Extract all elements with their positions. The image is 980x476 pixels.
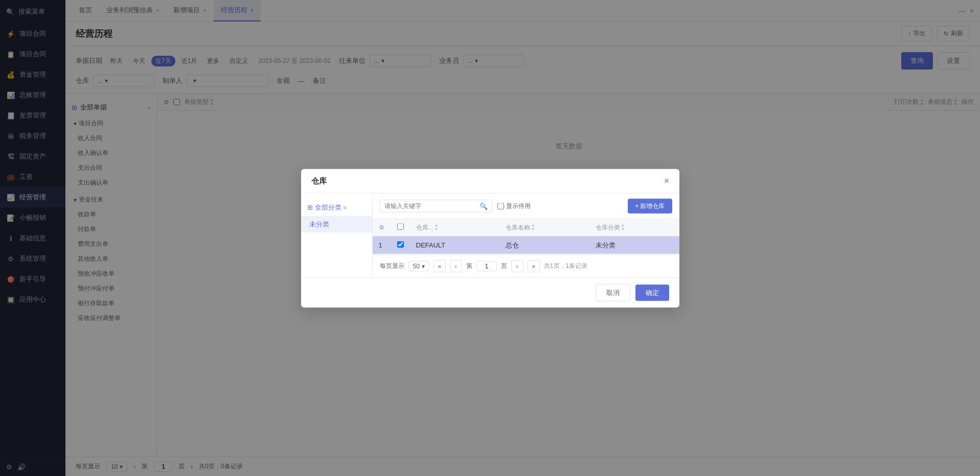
modal-search-icon[interactable]: 🔍 bbox=[480, 202, 488, 210]
modal-prev-page-btn[interactable]: ‹ bbox=[450, 260, 462, 272]
modal-search-box: 🔍 bbox=[380, 199, 492, 212]
modal-page-size-select[interactable]: 50 ▾ bbox=[408, 261, 429, 271]
row-id: 1 bbox=[373, 236, 391, 254]
modal-page-unit: 页 bbox=[501, 262, 507, 270]
modal-next-page-btn[interactable]: › bbox=[511, 260, 523, 272]
col-warehouse-category: 仓库分类 ▲▼ bbox=[589, 219, 679, 236]
modal-toolbar: 🔍 显示停用 + 新增仓库 bbox=[373, 193, 679, 219]
modal-last-page-btn[interactable]: » bbox=[528, 260, 540, 272]
modal-page-size-dropdown: ▾ bbox=[422, 262, 425, 269]
sort-warehouse-code[interactable]: 仓库... ▲▼ bbox=[416, 223, 439, 232]
all-categories-label: 全部分类 bbox=[315, 202, 341, 212]
modal-left-uncategorized[interactable]: 未分类 bbox=[301, 216, 372, 232]
show-disabled-checkbox-label[interactable]: 显示停用 bbox=[497, 201, 531, 210]
modal-page-size-label: 每页显示 bbox=[380, 262, 404, 270]
show-disabled-checkbox[interactable] bbox=[497, 202, 504, 209]
sort-warehouse-name[interactable]: 仓库名称 ▲▼ bbox=[506, 223, 535, 232]
row-code: DEFAULT bbox=[410, 236, 499, 254]
warehouse-table-header-row: ⚙ 仓库... ▲▼ bbox=[373, 219, 679, 236]
modal-header: 仓库 × bbox=[301, 169, 679, 193]
col-settings: ⚙ bbox=[373, 219, 391, 236]
row-checkbox-cell bbox=[391, 236, 410, 254]
modal-body: ⊞ 全部分类 « 未分类 🔍 显示停用 + 新增仓库 bbox=[301, 193, 679, 277]
modal-search-input[interactable] bbox=[384, 202, 476, 210]
sort-warehouse-category[interactable]: 仓库分类 ▲▼ bbox=[596, 223, 625, 232]
modal-pagination: 每页显示 50 ▾ « ‹ 第 页 › » 共1页，1条记录 bbox=[373, 254, 679, 277]
row-name: 总仓 bbox=[499, 236, 589, 254]
settings-col-icon-2[interactable]: ⚙ bbox=[379, 224, 384, 231]
cancel-button[interactable]: 取消 bbox=[596, 284, 630, 301]
col-checkbox-header bbox=[391, 219, 410, 236]
add-warehouse-button[interactable]: + 新增仓库 bbox=[628, 198, 672, 213]
modal-left-panel: ⊞ 全部分类 « 未分类 bbox=[301, 193, 373, 277]
modal-select-all-checkbox[interactable] bbox=[397, 223, 404, 230]
row-category: 未分类 bbox=[589, 236, 679, 254]
warehouse-table-body: 1 DEFAULT 总仓 未分类 bbox=[373, 236, 679, 254]
modal-page-input[interactable] bbox=[476, 261, 497, 271]
modal-page-total: 共1页，1条记录 bbox=[544, 262, 587, 270]
modal-left-collapse-icon[interactable]: « bbox=[344, 203, 347, 211]
confirm-button[interactable]: 确定 bbox=[635, 284, 669, 301]
modal-right-panel: 🔍 显示停用 + 新增仓库 ⚙ bbox=[373, 193, 679, 277]
grid-icon-2: ⊞ bbox=[307, 203, 313, 211]
modal-footer: 取消 确定 bbox=[301, 277, 679, 307]
show-disabled-label: 显示停用 bbox=[506, 201, 531, 210]
warehouse-table: ⚙ 仓库... ▲▼ bbox=[373, 219, 679, 254]
warehouse-table-head: ⚙ 仓库... ▲▼ bbox=[373, 219, 679, 236]
modal-table: ⚙ 仓库... ▲▼ bbox=[373, 219, 679, 254]
warehouse-modal: 仓库 × ⊞ 全部分类 « 未分类 🔍 显示停用 bbox=[301, 169, 679, 307]
modal-page-label: 第 bbox=[466, 262, 472, 270]
col-warehouse-name: 仓库名称 ▲▼ bbox=[499, 219, 589, 236]
modal-close-button[interactable]: × bbox=[664, 176, 669, 186]
modal-left-header: ⊞ 全部分类 « bbox=[301, 198, 372, 216]
col-warehouse-code: 仓库... ▲▼ bbox=[410, 219, 499, 236]
modal-title: 仓库 bbox=[311, 176, 327, 186]
row-checkbox[interactable] bbox=[397, 241, 404, 247]
modal-first-page-btn[interactable]: « bbox=[434, 260, 446, 272]
table-row[interactable]: 1 DEFAULT 总仓 未分类 bbox=[373, 236, 679, 254]
